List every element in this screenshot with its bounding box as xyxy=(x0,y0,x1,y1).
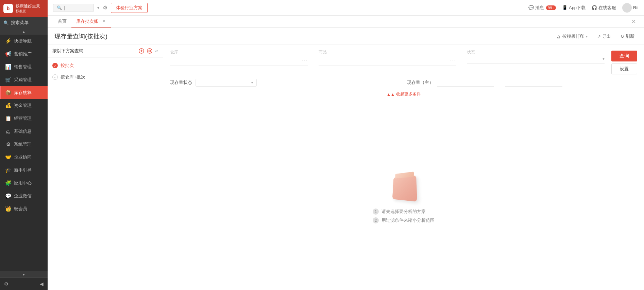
goods-input[interactable] xyxy=(319,57,447,62)
inventory-qty-to[interactable] xyxy=(505,78,562,87)
topbar-dropdown-icon[interactable]: ▾ xyxy=(97,5,99,10)
app-logo: b xyxy=(3,4,13,13)
empty-state: 1 请先选择要分析的方案 2 用过滤条件来缩小分析范围 xyxy=(163,102,644,290)
nav-label-newbie: 新手引导 xyxy=(14,167,32,173)
main-area: 🔍 ▌ ▾ ⚙ 体验行业方案 💬 消息 99+ 📱 App下载 🎧 在线客服 R… xyxy=(48,0,644,290)
message-icon: 💬 xyxy=(528,5,534,10)
app-download-action[interactable]: 📱 App下载 xyxy=(562,5,586,11)
filter-dot-inactive: ○ xyxy=(52,74,58,80)
sidebar-item-enterprise[interactable]: 🤝 企业协同 xyxy=(0,151,48,164)
topbar-gear-icon[interactable]: ⚙ xyxy=(103,4,107,11)
search-icon: 🔍 xyxy=(57,5,62,10)
refresh-btn[interactable]: ↻ 刷新 xyxy=(618,32,637,41)
template-print-btn[interactable]: 🖨 按模板打印 ▾ xyxy=(554,32,590,41)
message-action[interactable]: 💬 消息 99+ xyxy=(528,5,556,11)
sidebar-item-marketing[interactable]: 📢 营销推广 xyxy=(0,48,48,60)
filter-add-btn[interactable] xyxy=(139,48,144,54)
nav-icon-enterprise: 🤝 xyxy=(5,154,11,160)
topbar-search[interactable]: 🔍 ▌ xyxy=(53,4,94,12)
goods-label: 商品 xyxy=(319,49,456,55)
svg-point-3 xyxy=(147,49,152,53)
nav-icon-marketing: 📢 xyxy=(5,51,11,57)
nav-icon-member: 👑 xyxy=(5,206,11,212)
inventory-status-select[interactable]: ▾ xyxy=(196,79,257,87)
nav-icon-inventory: 📦 xyxy=(5,90,11,96)
right-panel-wrapper: 仓库 ··· 商品 ··· xyxy=(163,44,644,290)
nav-icon-finance: 💰 xyxy=(5,103,11,109)
filter-collapse-btn[interactable]: « xyxy=(155,48,158,54)
sidebar-item-appstore[interactable]: 🧩 应用中心 xyxy=(0,177,48,189)
tip-num-1: 1 xyxy=(373,209,379,215)
warehouse-input[interactable] xyxy=(170,57,299,62)
sidebar: b 畅康通好生意 标准版 🔍 搜索菜单 ▲ ⚡ 快捷导航 📢 营销推广 📊 销售… xyxy=(0,0,48,290)
export-btn[interactable]: ↗ 导出 xyxy=(594,32,614,41)
empty-box-graphic xyxy=(392,175,417,202)
empty-tips: 1 请先选择要分析的方案 2 用过滤条件来缩小分析范围 xyxy=(373,209,435,223)
nav-label-purchase: 采购管理 xyxy=(14,77,32,83)
query-button[interactable]: 查询 xyxy=(611,51,637,61)
tab-panel-close-icon[interactable]: ✕ xyxy=(629,18,639,25)
filter-item-batch[interactable]: ✓ 按批次 xyxy=(48,60,163,71)
tab-close-icon[interactable]: ✕ xyxy=(101,19,106,24)
sidebar-footer: ⚙ ◀ xyxy=(0,277,48,290)
filter-item-warehouse-batch[interactable]: ○ 按仓库+批次 xyxy=(48,71,163,83)
nav-icon-newbie: 🎓 xyxy=(5,167,11,173)
headset-icon: 🎧 xyxy=(592,5,597,10)
svg-point-4 xyxy=(149,50,151,52)
nav-label-quicknav: 快捷导航 xyxy=(14,38,32,44)
tab-home[interactable]: 首页 xyxy=(53,16,71,28)
search-form: 仓库 ··· 商品 ··· xyxy=(163,44,644,102)
online-service-action[interactable]: 🎧 在线客服 xyxy=(592,5,616,11)
nav-icon-wechat: 💬 xyxy=(5,193,11,199)
search-buttons: 查询 设置 xyxy=(611,49,637,74)
nav-label-wechat: 企业微信 xyxy=(14,193,32,199)
warehouse-label: 仓库 xyxy=(170,49,308,55)
sidebar-item-member[interactable]: 👑 畅会员 xyxy=(0,202,48,215)
inventory-status-label: 现存量状态 xyxy=(170,79,192,86)
settings-icon[interactable]: ⚙ xyxy=(4,281,9,287)
collapse-icon[interactable]: ◀ xyxy=(40,281,44,287)
topbar-right: 💬 消息 99+ 📱 App下载 🎧 在线客服 Rit xyxy=(528,3,639,13)
sidebar-item-operations[interactable]: 📋 经营管理 xyxy=(0,112,48,125)
sidebar-item-sales[interactable]: 📊 销售管理 xyxy=(0,60,48,73)
sidebar-item-system[interactable]: ⚙ 系统管理 xyxy=(0,138,48,151)
scroll-up-btn[interactable]: ▲ xyxy=(0,29,48,35)
sidebar-item-newbie[interactable]: 🎓 新手引导 xyxy=(0,164,48,177)
trial-button[interactable]: 体验行业方案 xyxy=(111,3,148,13)
filter-settings-btn[interactable] xyxy=(147,48,152,54)
sidebar-item-inventory[interactable]: 📦 库存核算 xyxy=(0,86,48,99)
nav-label-enterprise: 企业协同 xyxy=(14,154,32,160)
inventory-qty-from[interactable] xyxy=(437,78,494,87)
settings-button[interactable]: 设置 xyxy=(611,64,637,74)
nav-label-basic: 基础信息 xyxy=(14,128,32,134)
nav-label-sales: 销售管理 xyxy=(14,64,32,70)
sidebar-search[interactable]: 🔍 搜索菜单 xyxy=(0,17,48,29)
sidebar-item-quicknav[interactable]: ⚡ 快捷导航 xyxy=(0,35,48,48)
app-title: 畅康通好生意 标准版 xyxy=(16,4,40,14)
empty-icon xyxy=(387,169,421,203)
collapse-up-icon: ▲▲ xyxy=(387,92,395,97)
nav-label-operations: 经营管理 xyxy=(14,115,32,122)
nav-icon-basic: 🗂 xyxy=(5,129,11,134)
tab-batch[interactable]: 库存批次账 ✕ xyxy=(71,16,111,28)
warehouse-more-icon[interactable]: ··· xyxy=(302,56,308,64)
status-dropdown-icon[interactable]: ▾ xyxy=(603,56,605,61)
page-header-actions: 🖨 按模板打印 ▾ ↗ 导出 ↻ 刷新 xyxy=(554,32,637,41)
message-badge: 99+ xyxy=(546,5,556,10)
page-content: 现存量查询(按批次) 🖨 按模板打印 ▾ ↗ 导出 ↻ 刷新 xyxy=(48,28,644,290)
print-dropdown-icon[interactable]: ▾ xyxy=(586,35,588,38)
export-icon: ↗ xyxy=(597,34,601,39)
sidebar-item-basic[interactable]: 🗂 基础信息 xyxy=(0,125,48,138)
user-profile[interactable]: Rit xyxy=(622,3,639,13)
sidebar-item-purchase[interactable]: 🛒 采购管理 xyxy=(0,73,48,86)
search-icon: 🔍 xyxy=(3,20,9,25)
topbar: 🔍 ▌ ▾ ⚙ 体验行业方案 💬 消息 99+ 📱 App下载 🎧 在线客服 R… xyxy=(48,0,644,16)
sidebar-item-wechat[interactable]: 💬 企业微信 xyxy=(0,189,48,202)
collapse-row[interactable]: ▲▲ 收起更多条件 xyxy=(170,89,637,99)
tabs-bar: 首页 库存批次账 ✕ ✕ xyxy=(48,16,644,28)
sidebar-item-finance[interactable]: 💰 资金管理 xyxy=(0,99,48,112)
scroll-down-btn[interactable]: ▼ xyxy=(0,271,48,277)
nav-label-inventory: 库存核算 xyxy=(14,90,32,96)
goods-more-icon[interactable]: ··· xyxy=(450,56,456,64)
tip-num-2: 2 xyxy=(373,217,379,223)
